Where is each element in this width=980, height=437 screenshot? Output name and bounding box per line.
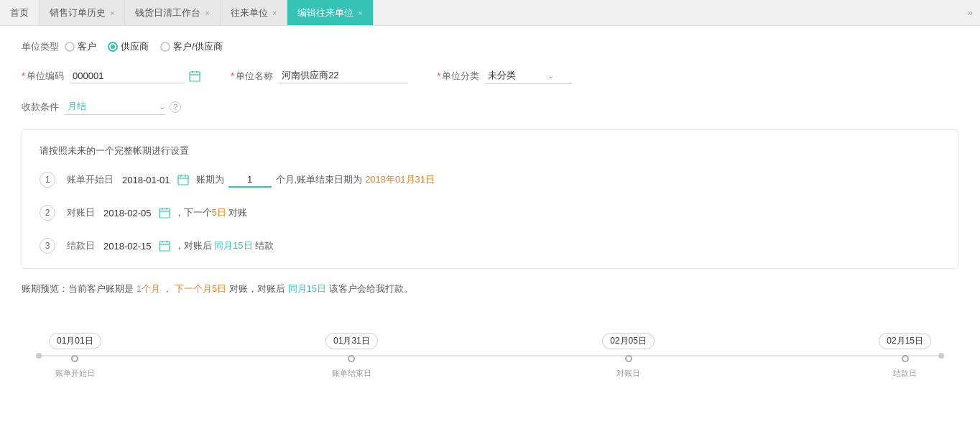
step-num-2: 2 [40, 205, 55, 221]
code-required: * [22, 70, 25, 81]
preview-part2: 下一个月5日 [175, 283, 226, 294]
timeline-node-2: 01月31日 账单结束日 [325, 333, 378, 379]
step-highlight-1: 2018年01月31日 [365, 173, 435, 186]
timeline-sublabel-3: 对账日 [616, 368, 640, 379]
tab-sales-history-label: 销售订单历史 [50, 6, 106, 19]
timeline-start-dot [36, 353, 42, 359]
timeline-dot-4 [902, 355, 909, 362]
timeline-dot-2 [348, 355, 355, 362]
payment-dropdown[interactable]: 月结 ⌄ [65, 98, 165, 115]
tab-cash-work-close[interactable]: × [205, 9, 209, 17]
timeline-label-4: 02月15日 [879, 333, 931, 349]
preview-text: 账期预览：当前客户账期是 1个月 ， 下一个月5日 对账，对账后 同月15日 该… [22, 280, 958, 297]
radio-customer-circle [65, 42, 75, 52]
tab-cash-work[interactable]: 钱货日清工作台 × [125, 0, 220, 25]
section-title: 请按照未来的一个完整帐期进行设置 [40, 144, 940, 157]
radio-customer-label: 客户 [78, 40, 96, 53]
timeline-track: 01月01日 账单开始日 01月31日 账单结束日 02 [42, 333, 938, 379]
period-input[interactable] [228, 172, 272, 188]
category-field-group: * 单位分类 未分类 ⌄ [437, 68, 571, 84]
step-highlight-2: 5日 [212, 206, 226, 219]
radio-supplier-label: 供应商 [121, 40, 149, 53]
preview-label: 账期预览：当前客户账期是 [22, 283, 134, 294]
step-num-3: 3 [40, 238, 55, 254]
tab-partner-close[interactable]: × [272, 9, 277, 17]
step-date-2: 2018-02-05 [103, 208, 152, 218]
tab-home[interactable]: 首页 [0, 0, 40, 25]
step-desc-2a: ，下一个 [175, 206, 212, 219]
step-date-1: 2018-01-01 [122, 175, 170, 185]
timeline-dot-3 [625, 355, 632, 362]
code-icon[interactable] [188, 69, 202, 83]
timeline-label-2: 01月31日 [325, 333, 378, 349]
timeline-sublabel-2: 账单结束日 [332, 368, 371, 379]
svg-rect-8 [160, 208, 170, 218]
timeline-node-3: 02月05日 对账日 [602, 333, 655, 379]
step-label-3: 结款日 [67, 239, 95, 252]
tab-edit-partner-close[interactable]: × [358, 9, 362, 17]
radio-supplier[interactable]: 供应商 [108, 40, 149, 53]
payment-label: 收款条件 [22, 101, 59, 114]
radio-customer[interactable]: 客户 [65, 40, 96, 53]
step-date-3: 2018-02-15 [103, 241, 152, 252]
category-required: * [437, 70, 440, 81]
timeline-node-4: 02月15日 结款日 [879, 333, 931, 379]
category-label: 单位分类 [442, 70, 479, 83]
code-name-category-row: * 单位编码 * 单位名称 * 单位分类 未分类 ⌄ [22, 68, 958, 84]
tab-edit-partner-label: 编辑往来单位 [297, 6, 353, 19]
settings-section: 请按照未来的一个完整帐期进行设置 1 账单开始日 2018-01-01 账期为 … [22, 129, 958, 269]
category-arrow[interactable]: ⌄ [547, 71, 554, 80]
unit-type-row: 单位类型 客户 供应商 客户/供应商 [22, 40, 958, 53]
radio-both-label: 客户/供应商 [173, 40, 223, 53]
payment-help[interactable]: ? [170, 101, 181, 113]
step-label-2: 对账日 [67, 206, 95, 219]
step-cal-2[interactable] [157, 206, 172, 220]
tab-home-label: 首页 [10, 6, 29, 19]
unit-type-radio-group: 客户 供应商 客户/供应商 [65, 40, 223, 53]
step-highlight-3: 同月15日 [212, 239, 253, 252]
radio-both-circle [160, 42, 170, 52]
step-desc-2b: 对账 [226, 206, 248, 219]
timeline-node-1: 01月01日 账单开始日 [49, 333, 101, 379]
step-row-3: 3 结款日 2018-02-15 ，对账后 同月15日 结款 [40, 238, 940, 254]
step-cal-3[interactable] [157, 239, 172, 253]
svg-rect-4 [178, 175, 188, 185]
step-desc-prefix-1: 账期为 [196, 173, 224, 186]
step-num-1: 1 [40, 172, 55, 188]
preview-sep2: 对账，对账后 [229, 283, 285, 294]
name-input[interactable] [279, 69, 408, 83]
tab-sales-history[interactable]: 销售订单历史 × [40, 0, 125, 25]
tab-edit-partner[interactable]: 编辑往来单位 × [287, 0, 373, 25]
svg-rect-0 [190, 72, 200, 81]
timeline-outer: 01月01日 账单开始日 01月31日 账单结束日 02 [22, 311, 958, 393]
timeline-dot-1 [71, 355, 78, 362]
tab-partner-label: 往来单位 [231, 6, 268, 19]
preview-end: 该客户会给我打款。 [329, 283, 413, 294]
tabs-bar: 首页 销售订单历史 × 钱货日清工作台 × 往来单位 × 编辑往来单位 × » [0, 0, 980, 26]
name-required: * [231, 70, 234, 81]
step-label-1: 账单开始日 [67, 173, 114, 186]
category-value: 未分类 [485, 68, 519, 83]
step-desc-3a: ，对账后 [175, 239, 212, 252]
timeline-sublabel-4: 结款日 [893, 368, 917, 379]
step-row-1: 1 账单开始日 2018-01-01 账期为 个月,账单结束日期为 2018年0… [40, 172, 940, 188]
timeline-end-dot [938, 353, 944, 359]
tab-expand-button[interactable]: » [961, 0, 980, 25]
category-dropdown[interactable]: 未分类 ⌄ [485, 68, 571, 84]
tab-cash-work-label: 钱货日清工作台 [135, 6, 200, 19]
step-desc-suffix-1: 个月,账单结束日期为 [276, 173, 363, 186]
step-cal-1[interactable] [176, 172, 190, 187]
payment-row: 收款条件 月结 ⌄ ? [22, 98, 958, 115]
tab-partner[interactable]: 往来单位 × [221, 0, 287, 25]
preview-part3: 同月15日 [288, 283, 326, 294]
code-input[interactable] [70, 69, 185, 83]
step-desc-3b: 结款 [253, 239, 274, 252]
tab-sales-history-close[interactable]: × [110, 9, 114, 17]
radio-both[interactable]: 客户/供应商 [160, 40, 223, 53]
svg-rect-12 [160, 242, 170, 251]
radio-supplier-circle [108, 42, 118, 52]
step-row-2: 2 对账日 2018-02-05 ，下一个 5日 对账 [40, 205, 940, 221]
payment-arrow[interactable]: ⌄ [159, 102, 165, 111]
unit-type-label: 单位类型 [22, 40, 59, 53]
timeline-label-1: 01月01日 [49, 333, 101, 349]
